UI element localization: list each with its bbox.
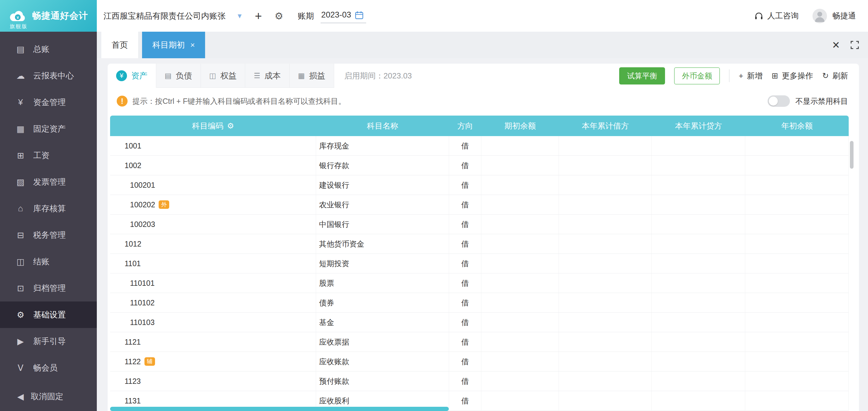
sidebar-item-库存核算[interactable]: ⌂库存核算 <box>0 195 97 222</box>
settings-gear-icon[interactable]: ⚙ <box>275 10 283 22</box>
table-row[interactable]: 1001库存现金借 <box>110 136 849 156</box>
vertical-scrollbar[interactable] <box>849 116 854 411</box>
ytd-credit-cell[interactable] <box>652 254 745 273</box>
category-tab-负债[interactable]: ▤负债 <box>156 64 201 88</box>
opening-balance-cell[interactable] <box>482 136 559 155</box>
opening-balance-cell[interactable] <box>482 352 559 371</box>
opening-balance-cell[interactable] <box>482 293 559 312</box>
table-row[interactable]: 1012其他货币资金借 <box>110 234 849 254</box>
ytd-debit-cell[interactable] <box>559 156 652 175</box>
opening-balance-cell[interactable] <box>482 234 559 254</box>
horizontal-scrollbar[interactable] <box>110 407 849 411</box>
ytd-debit-cell[interactable] <box>559 214 652 234</box>
column-config-gear-icon[interactable]: ⚙ <box>227 121 234 131</box>
ytd-debit-cell[interactable] <box>559 352 652 371</box>
ytd-debit-cell[interactable] <box>559 313 652 332</box>
vertical-scrollbar-thumb[interactable] <box>850 141 854 169</box>
ytd-debit-cell[interactable] <box>559 332 652 352</box>
ytd-credit-cell[interactable] <box>652 136 745 155</box>
support-button[interactable]: 人工咨询 <box>754 10 799 21</box>
sidebar-item-总账[interactable]: ▤总账 <box>0 36 97 62</box>
period-picker[interactable]: 2023-03 <box>320 8 366 23</box>
table-row[interactable]: 100201建设银行借 <box>110 175 849 195</box>
more-actions-button[interactable]: ⊞ 更多操作 <box>772 70 813 81</box>
ytd-credit-cell[interactable] <box>652 332 745 352</box>
year-begin-balance-cell[interactable] <box>745 254 849 273</box>
table-row[interactable]: 1123预付账款借 <box>110 372 849 391</box>
category-tab-权益[interactable]: ◫权益 <box>201 64 246 88</box>
ytd-debit-cell[interactable] <box>559 234 652 254</box>
ytd-credit-cell[interactable] <box>652 293 745 312</box>
opening-balance-cell[interactable] <box>482 195 559 214</box>
close-icon[interactable]: × <box>832 39 840 51</box>
table-row[interactable]: 1121应收票据借 <box>110 332 849 352</box>
ytd-debit-cell[interactable] <box>559 273 652 293</box>
ytd-debit-cell[interactable] <box>559 195 652 214</box>
opening-balance-cell[interactable] <box>482 332 559 352</box>
year-begin-balance-cell[interactable] <box>745 234 849 254</box>
year-begin-balance-cell[interactable] <box>745 175 849 195</box>
ytd-credit-cell[interactable] <box>652 214 745 234</box>
table-row[interactable]: 110103基金借 <box>110 313 849 332</box>
opening-balance-cell[interactable] <box>482 313 559 332</box>
tab-close-icon[interactable]: × <box>190 40 195 50</box>
ytd-credit-cell[interactable] <box>652 234 745 254</box>
tab-首页[interactable]: 首页 <box>101 32 138 58</box>
horizontal-scrollbar-thumb[interactable] <box>110 407 449 411</box>
sidebar-item-新手引导[interactable]: ▶新手引导 <box>0 328 97 355</box>
opening-balance-cell[interactable] <box>482 273 559 293</box>
fullscreen-icon[interactable] <box>850 40 860 50</box>
category-tab-资产[interactable]: ¥资产 <box>108 64 156 88</box>
ytd-credit-cell[interactable] <box>652 273 745 293</box>
year-begin-balance-cell[interactable] <box>745 195 849 214</box>
add-button[interactable]: + 新增 <box>739 70 763 81</box>
sidebar-item-云报表中心[interactable]: ☁云报表中心 <box>0 62 97 89</box>
table-row[interactable]: 1101短期投资借 <box>110 254 849 273</box>
table-row[interactable]: 110102债券借 <box>110 293 849 313</box>
sidebar-item-结账[interactable]: ◫结账 <box>0 248 97 275</box>
year-begin-balance-cell[interactable] <box>745 372 849 391</box>
tab-科目期初[interactable]: 科目期初× <box>142 32 205 58</box>
ytd-debit-cell[interactable] <box>559 372 652 391</box>
ytd-credit-cell[interactable] <box>652 156 745 175</box>
year-begin-balance-cell[interactable] <box>745 156 849 175</box>
sidebar-item-归档管理[interactable]: ⊡归档管理 <box>0 275 97 301</box>
ytd-credit-cell[interactable] <box>652 352 745 371</box>
ytd-debit-cell[interactable] <box>559 136 652 155</box>
year-begin-balance-cell[interactable] <box>745 136 849 155</box>
ytd-debit-cell[interactable] <box>559 254 652 273</box>
table-row[interactable]: 1002银行存款借 <box>110 156 849 175</box>
add-account-set-button[interactable]: + <box>255 10 262 22</box>
category-tab-成本[interactable]: ☰成本 <box>245 64 289 88</box>
sidebar-item-资金管理[interactable]: ¥资金管理 <box>0 89 97 116</box>
table-row[interactable]: 1122辅应收账款借 <box>110 352 849 372</box>
company-selector[interactable]: 江西服宝精品有限责任公司内账张 <box>103 10 226 22</box>
ytd-debit-cell[interactable] <box>559 293 652 312</box>
sidebar-item-基础设置[interactable]: ⚙基础设置 <box>0 301 97 328</box>
year-begin-balance-cell[interactable] <box>745 313 849 332</box>
sidebar-item-工资[interactable]: ⊞工资 <box>0 142 97 169</box>
year-begin-balance-cell[interactable] <box>745 273 849 293</box>
opening-balance-cell[interactable] <box>482 175 559 195</box>
table-row[interactable]: 100202外农业银行借 <box>110 195 849 214</box>
trial-balance-button[interactable]: 试算平衡 <box>619 67 665 85</box>
ytd-credit-cell[interactable] <box>652 372 745 391</box>
ytd-credit-cell[interactable] <box>652 175 745 195</box>
opening-balance-cell[interactable] <box>482 254 559 273</box>
opening-balance-cell[interactable] <box>482 372 559 391</box>
sidebar-unpin-button[interactable]: ◀ 取消固定 <box>0 382 97 411</box>
sidebar-item-畅会员[interactable]: Ⅴ畅会员 <box>0 355 97 381</box>
ytd-credit-cell[interactable] <box>652 195 745 214</box>
sidebar-item-税务管理[interactable]: ⊟税务管理 <box>0 222 97 248</box>
table-row[interactable]: 110101股票借 <box>110 273 849 293</box>
ytd-credit-cell[interactable] <box>652 313 745 332</box>
year-begin-balance-cell[interactable] <box>745 332 849 352</box>
foreign-currency-button[interactable]: 外币金额 <box>674 67 720 85</box>
username[interactable]: 畅捷通 <box>832 10 856 21</box>
hide-disabled-toggle[interactable] <box>768 95 790 107</box>
year-begin-balance-cell[interactable] <box>745 293 849 312</box>
opening-balance-cell[interactable] <box>482 156 559 175</box>
sidebar-item-发票管理[interactable]: ▨发票管理 <box>0 169 97 195</box>
refresh-button[interactable]: ↻ 刷新 <box>822 70 848 81</box>
opening-balance-cell[interactable] <box>482 214 559 234</box>
